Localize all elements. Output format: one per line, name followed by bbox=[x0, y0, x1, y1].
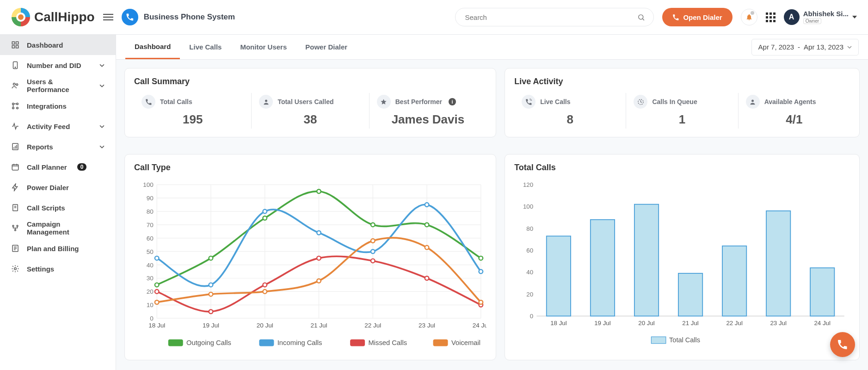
brand-logo[interactable]: CallHippo bbox=[11, 7, 95, 27]
svg-point-89 bbox=[425, 203, 429, 207]
svg-point-87 bbox=[317, 231, 321, 235]
apps-button[interactable] bbox=[766, 12, 776, 22]
reports-icon bbox=[11, 142, 19, 151]
svg-rect-105 bbox=[168, 339, 183, 346]
sidebar-item-label: Power Dialer bbox=[27, 184, 69, 191]
svg-point-15 bbox=[12, 107, 14, 109]
phone-icon bbox=[142, 95, 155, 109]
svg-text:20 Jul: 20 Jul bbox=[638, 320, 655, 327]
chevron-down-icon bbox=[99, 62, 105, 69]
open-dialer-button[interactable]: Open Dialer bbox=[662, 8, 732, 26]
svg-text:23 Jul: 23 Jul bbox=[419, 322, 435, 329]
svg-rect-6 bbox=[16, 42, 18, 44]
agent-icon bbox=[746, 95, 760, 109]
sidebar-item-label: Settings bbox=[27, 265, 54, 273]
svg-point-31 bbox=[17, 225, 18, 227]
svg-rect-5 bbox=[12, 42, 14, 44]
sidebar-item-settings[interactable]: Settings bbox=[0, 259, 116, 279]
live-call-icon bbox=[522, 95, 536, 109]
svg-point-14 bbox=[17, 103, 18, 105]
svg-text:Total Calls: Total Calls bbox=[669, 336, 700, 344]
svg-rect-125 bbox=[634, 204, 659, 316]
sidebar-item-dashboard[interactable]: Dashboard bbox=[0, 35, 116, 55]
svg-text:Incoming Calls: Incoming Calls bbox=[277, 339, 322, 346]
person-icon bbox=[259, 95, 273, 109]
sidebar-item-label: Reports bbox=[27, 143, 53, 151]
svg-rect-7 bbox=[12, 46, 14, 48]
sidebar-item-label: Activity Feed bbox=[27, 123, 70, 130]
svg-point-82 bbox=[425, 223, 429, 227]
svg-point-102 bbox=[371, 239, 375, 243]
notifications-button[interactable] bbox=[741, 9, 757, 25]
svg-point-30 bbox=[12, 225, 14, 227]
stat-available-agents: Available Agents4/1 bbox=[739, 93, 850, 129]
stat-total-users-called: Total Users Called38 bbox=[252, 93, 369, 129]
svg-point-10 bbox=[15, 67, 16, 68]
call-type-chart-card: Call Type 010203040506070809010018 Jul19… bbox=[124, 154, 496, 360]
search-input[interactable] bbox=[464, 13, 637, 22]
avatar: A bbox=[784, 9, 800, 25]
svg-point-77 bbox=[155, 283, 159, 287]
sidebar-item-label: Number and DID bbox=[27, 62, 81, 69]
svg-point-85 bbox=[209, 283, 213, 287]
svg-text:30: 30 bbox=[147, 275, 154, 282]
sidebar-item-campaign-management[interactable]: Campaign Management bbox=[0, 218, 116, 238]
chart-title: Total Calls bbox=[514, 163, 850, 173]
svg-point-101 bbox=[317, 279, 321, 283]
sidebar-item-activity-feed[interactable]: Activity Feed bbox=[0, 116, 116, 136]
stat-best-performer: Best PerformeriJames Davis bbox=[369, 93, 486, 129]
header: CallHippo Business Phone System Open Dia… bbox=[0, 0, 868, 35]
sidebar-item-label: Users & Performance bbox=[27, 78, 92, 93]
svg-text:0: 0 bbox=[150, 315, 154, 322]
sidebar-toggle-button[interactable] bbox=[103, 12, 113, 22]
sidebar-item-integrations[interactable]: Integrations bbox=[0, 96, 116, 116]
sidebar-item-call-planner[interactable]: Call Planner0 bbox=[0, 157, 116, 177]
svg-text:0: 0 bbox=[530, 313, 533, 320]
sidebar-item-call-scripts[interactable]: Call Scripts bbox=[0, 197, 116, 218]
svg-rect-123 bbox=[591, 220, 615, 316]
svg-text:100: 100 bbox=[523, 203, 533, 210]
sidebar-item-users-performance[interactable]: Users & Performance bbox=[0, 75, 116, 96]
svg-text:21 Jul: 21 Jul bbox=[682, 320, 699, 327]
sidebar-item-reports[interactable]: Reports bbox=[0, 136, 116, 157]
svg-point-91 bbox=[155, 290, 159, 294]
sidebar-item-label: Integrations bbox=[27, 102, 67, 110]
date-range-picker[interactable]: Apr 7, 2023 - Apr 13, 2023 bbox=[751, 39, 859, 56]
billing-icon bbox=[11, 244, 19, 253]
svg-rect-8 bbox=[16, 46, 18, 48]
svg-text:Voicemail: Voicemail bbox=[451, 339, 480, 346]
stat-calls-in-queue: Calls In Queue1 bbox=[626, 93, 738, 129]
chevron-down-icon bbox=[847, 45, 852, 49]
tab-monitor-users[interactable]: Monitor Users bbox=[231, 35, 296, 59]
svg-rect-135 bbox=[652, 337, 666, 344]
stat-label: Live Calls bbox=[540, 98, 570, 105]
live-activity-card: Live Activity Live Calls8Calls In Queue1… bbox=[505, 68, 860, 137]
svg-point-32 bbox=[15, 229, 16, 231]
svg-point-95 bbox=[371, 259, 375, 263]
search-icon bbox=[637, 13, 645, 21]
dialer-fab[interactable] bbox=[830, 332, 855, 357]
svg-point-16 bbox=[17, 107, 18, 109]
info-icon[interactable]: i bbox=[449, 98, 456, 105]
sidebar-item-plan-and-billing[interactable]: Plan and Billing bbox=[0, 238, 116, 259]
sidebar-item-number-and-did[interactable]: Number and DID bbox=[0, 55, 116, 75]
svg-text:24 Jul: 24 Jul bbox=[814, 320, 831, 327]
total-calls-bar-chart: 02040608010012018 Jul19 Jul20 Jul21 Jul2… bbox=[514, 179, 850, 347]
svg-point-83 bbox=[479, 256, 483, 260]
svg-point-3 bbox=[639, 14, 643, 19]
sidebar-badge: 0 bbox=[77, 163, 87, 171]
search-box[interactable] bbox=[455, 8, 654, 26]
activity-icon bbox=[11, 122, 19, 130]
phone-number-icon bbox=[11, 61, 19, 69]
dashboard-icon bbox=[11, 41, 19, 49]
tab-live-calls[interactable]: Live Calls bbox=[180, 35, 231, 59]
brand-name: CallHippo bbox=[34, 10, 95, 25]
page-title-chip: Business Phone System bbox=[122, 9, 235, 25]
sidebar-item-power-dialer[interactable]: Power Dialer bbox=[0, 177, 116, 197]
svg-text:60: 60 bbox=[526, 247, 533, 254]
tab-dashboard[interactable]: Dashboard bbox=[125, 35, 180, 59]
tab-power-dialer[interactable]: Power Dialer bbox=[296, 35, 357, 59]
svg-text:22 Jul: 22 Jul bbox=[726, 320, 743, 327]
svg-text:23 Jul: 23 Jul bbox=[770, 320, 787, 327]
user-menu[interactable]: A Abhishek Si... Owner bbox=[784, 9, 857, 25]
